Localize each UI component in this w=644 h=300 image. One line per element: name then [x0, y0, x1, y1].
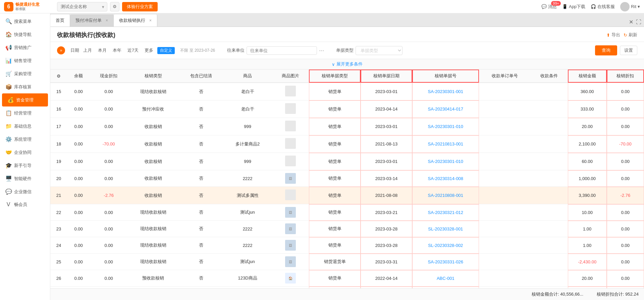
- cell-verify-bill-type: 销货单: [309, 118, 361, 135]
- filter-settings-button[interactable]: 设置: [620, 46, 637, 55]
- cell-verify-bill-no[interactable]: SA-20210813-001: [412, 135, 479, 153]
- cell-verify-bill-no[interactable]: SA-20230301-010: [412, 118, 479, 135]
- date-custom-button[interactable]: 自定义: [157, 47, 175, 54]
- sidebar-item-operations[interactable]: 📋 经营管理: [0, 106, 50, 120]
- bill-no-link[interactable]: SA-20230331-026: [428, 259, 464, 264]
- sidebar-item-hardware[interactable]: 🖥️ 智能硬件: [0, 172, 50, 185]
- sidebar-item-enterprise[interactable]: 🤝 企业协同: [0, 146, 50, 159]
- cell-verify-bill-no[interactable]: SA-20230331-026: [412, 254, 479, 270]
- app-download-button[interactable]: 📱 App下载: [562, 4, 585, 10]
- gear-button[interactable]: ⚙: [110, 2, 119, 11]
- bill-no-link[interactable]: SA-20230301-010: [428, 124, 464, 129]
- query-button[interactable]: 查询: [595, 45, 617, 55]
- cell-verify-bill-date: 2023-03-01: [361, 83, 412, 100]
- table-row: 20 0.00 0.00 收款核销 否 2222 🖼 销货单 2023-03-1…: [50, 170, 644, 187]
- logo-icon: 6: [4, 2, 13, 11]
- date-more[interactable]: 更多: [143, 47, 155, 54]
- bill-no-link[interactable]: SA-20210808-001: [428, 193, 464, 198]
- date-this-year[interactable]: 本年: [111, 47, 123, 54]
- receipt-type-select[interactable]: 单据类型: [356, 46, 402, 55]
- notification-button[interactable]: 💬 消息 99+: [541, 4, 557, 10]
- sidebar-item-search[interactable]: 🔍 搜索菜单: [0, 15, 50, 28]
- cell-verify-bill-no[interactable]: SA-20230321-012: [412, 204, 479, 221]
- bill-no-link[interactable]: SA-20230321-012: [428, 210, 464, 215]
- cell-verify-bill-no[interactable]: SL-20230328-001: [412, 221, 479, 237]
- cell-verify-bill-date: 2023-03-14: [361, 170, 412, 187]
- cell-verify-type: 预收款核销: [127, 270, 179, 287]
- bill-no-link[interactable]: SA-20230414-017: [428, 106, 464, 112]
- user-avatar: [620, 2, 630, 11]
- cell-seq: 17: [50, 118, 67, 135]
- sidebar-item-funds[interactable]: 💰 资金管理: [2, 93, 48, 106]
- bill-no-link[interactable]: ABC-001: [437, 276, 454, 281]
- company-selector[interactable]: 测试企业名称 ▾: [57, 2, 107, 11]
- sidebar-item-wechat[interactable]: 💬 企业微信: [0, 185, 50, 198]
- data-table[interactable]: ⚙ 余额 现金折扣 核销类型 包含已结清 商品 商品图片 核销单据类型 核销单据…: [50, 70, 644, 288]
- cell-verify-bill-date: 2021-08-13: [361, 135, 412, 153]
- tab-receivable[interactable]: 收款核销执行 ×: [114, 14, 157, 27]
- user-menu[interactable]: Rit ▾: [620, 2, 640, 11]
- bill-no-link[interactable]: SL-20230328-002: [428, 243, 463, 248]
- bill-no-link[interactable]: SA-20210813-001: [428, 141, 464, 146]
- th-receipt-order-no: 收款单订单号: [479, 70, 531, 83]
- cell-verify-bill-no[interactable]: SA-20230301-010: [412, 153, 479, 170]
- refresh-label: 刷新: [629, 32, 637, 38]
- enterprise-icon: 🤝: [5, 149, 11, 156]
- sidebar-item-sales[interactable]: 📊 销售管理: [0, 54, 50, 67]
- cell-verify-bill-no[interactable]: SA-20230314-008: [412, 170, 479, 187]
- bill-no-link[interactable]: SL-20230328-001: [428, 226, 463, 231]
- sidebar-item-shortcuts[interactable]: 🏠 快捷导航: [0, 28, 50, 41]
- sidebar-label-operations: 经营管理: [14, 110, 32, 116]
- tab-maximize-button[interactable]: ⛶: [636, 19, 641, 25]
- th-included-settled: 包含已结清: [179, 70, 223, 83]
- export-button[interactable]: ⬆ 导出: [606, 32, 620, 38]
- tab-prepaid-close[interactable]: ×: [106, 18, 108, 23]
- cell-balance: 0.00: [67, 254, 90, 270]
- unit-input[interactable]: [247, 46, 317, 55]
- cell-verify-bill-no[interactable]: SA-20230301-001: [412, 83, 479, 100]
- expand-conditions-button[interactable]: ∨ 展开更多条件: [332, 61, 363, 67]
- cell-receipt-order-no: [479, 204, 531, 221]
- cell-verify-type: 现结收款核销: [127, 83, 179, 100]
- cell-cash-discount: 0.00: [90, 153, 127, 170]
- cell-receipt-condition: [530, 187, 568, 204]
- sidebar-item-inventory[interactable]: 📦 库存核算: [0, 80, 50, 93]
- cell-verify-bill-no[interactable]: SA-20210808-001: [412, 187, 479, 204]
- tab-prepaid[interactable]: 预付冲应付单 ×: [70, 14, 114, 27]
- tab-home[interactable]: 首页: [50, 14, 70, 27]
- cell-verify-bill-type: 销货单: [309, 270, 361, 287]
- cell-goods-img: 🖼: [272, 221, 309, 237]
- date-7days[interactable]: 近7天: [125, 47, 141, 54]
- sidebar-item-basic[interactable]: 📁 基础信息: [0, 120, 50, 133]
- cell-verify-type: 现结收款核销: [127, 254, 179, 270]
- bill-no-link[interactable]: SA-20230301-001: [428, 89, 464, 94]
- bill-no-link[interactable]: SA-20230301-010: [428, 159, 464, 164]
- tab-close-all-button[interactable]: ✕: [629, 19, 633, 25]
- sidebar-item-system[interactable]: ⚙️ 系统管理: [0, 133, 50, 146]
- unit-more-icon[interactable]: ···: [319, 47, 324, 53]
- th-verify-amount: 核销金额: [568, 70, 607, 83]
- sidebar-item-member[interactable]: V 畅会员: [0, 198, 50, 211]
- cell-receipt-order-no: [479, 135, 531, 153]
- sidebar-item-marketing[interactable]: 📢 营销推广: [0, 41, 50, 54]
- cell-verify-bill-no[interactable]: ABC-001: [412, 270, 479, 287]
- tab-receivable-close[interactable]: ×: [149, 18, 152, 23]
- sidebar-item-guide[interactable]: 🎓 新手引导: [0, 159, 50, 172]
- cell-verify-bill-date: 2023-03-01: [361, 118, 412, 135]
- industry-solution-button[interactable]: 体验行业方案: [122, 2, 158, 11]
- refresh-button[interactable]: ↻ 刷新: [624, 32, 637, 38]
- collapse-filter-button[interactable]: »: [57, 46, 65, 54]
- sidebar-label-purchase: 采购管理: [14, 71, 32, 77]
- date-last-month[interactable]: 上月: [81, 47, 94, 54]
- cell-verify-bill-no[interactable]: SL-20230328-002: [412, 237, 479, 254]
- cell-verify-discount: 0.00: [607, 204, 644, 221]
- online-service-button[interactable]: 🎧 在线客服: [591, 4, 615, 10]
- cell-verify-bill-type: 销货单: [309, 187, 361, 204]
- date-this-month[interactable]: 本月: [96, 47, 109, 54]
- sidebar-item-purchase[interactable]: 🛒 采购管理: [0, 67, 50, 80]
- page-title-row: 收款核销执行(按收款) ⬆ 导出 ↻ 刷新: [57, 31, 637, 39]
- cell-verify-bill-no[interactable]: SA-20230414-017: [412, 100, 479, 118]
- cell-balance: 0.00: [67, 204, 90, 221]
- cell-verify-discount: 0.00: [607, 237, 644, 254]
- bill-no-link[interactable]: SA-20230314-008: [428, 176, 464, 181]
